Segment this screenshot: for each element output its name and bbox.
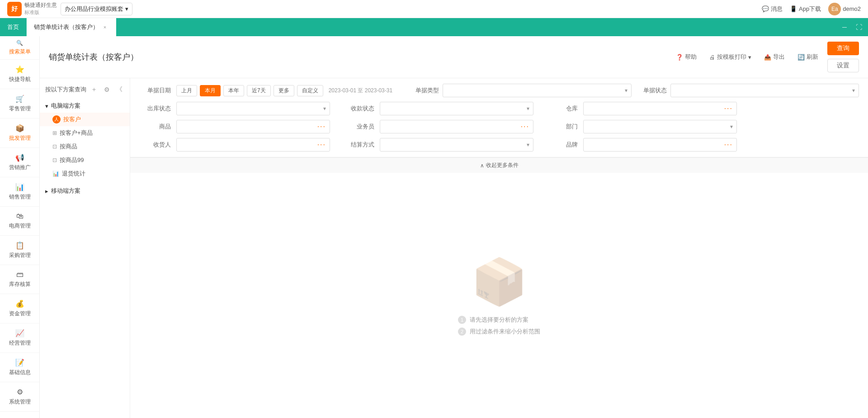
salesperson-label: 业务员: [343, 123, 374, 131]
payment-method-select[interactable]: ▾: [380, 138, 533, 152]
doc-status-select[interactable]: ▾: [670, 84, 859, 97]
sidebar-item-purchase[interactable]: 📋 采购管理: [0, 236, 39, 265]
sidebar-item-quicknav[interactable]: ⭐ 快捷导航: [0, 60, 39, 89]
sidebar-label-basic-info: 基础信息: [9, 369, 31, 376]
sidebar-item-basic-info[interactable]: 📝 基础信息: [0, 353, 39, 382]
finance-icon: 💰: [15, 299, 24, 308]
department-arrow-icon: ▾: [730, 124, 733, 130]
sidebar-label-finance: 资金管理: [9, 310, 31, 318]
query-button[interactable]: 查询: [827, 42, 859, 55]
date-btn-last7days[interactable]: 近7天: [247, 85, 271, 96]
industry-arrow-icon: ▾: [125, 5, 128, 12]
tree-child-product[interactable]: ⊡ 按商品: [40, 140, 130, 153]
sidebar-label-operations: 经营管理: [9, 339, 31, 347]
sidebar-item-ecommerce[interactable]: 🛍 电商管理: [0, 207, 39, 236]
refresh-button[interactable]: 🔄 刷新: [794, 51, 822, 63]
tab-minimize-icon[interactable]: ─: [839, 22, 850, 33]
sidebar-item-retail[interactable]: 🛒 零售管理: [0, 89, 39, 119]
collapse-label: 收起更多条件: [486, 162, 519, 169]
tree-child-label-product99: 按商品99: [60, 156, 84, 164]
consignee-select[interactable]: ···: [176, 138, 330, 152]
collapse-bar[interactable]: ∧ 收起更多条件: [130, 157, 868, 173]
date-btn-custom[interactable]: 自定义: [297, 85, 323, 96]
avatar: Ea: [828, 3, 841, 15]
message-icon: 💬: [762, 5, 769, 12]
date-btn-more[interactable]: 更多: [274, 85, 294, 96]
logo-text-area: 畅捷通好生意 标准版: [24, 2, 57, 16]
home-tab-label: 首页: [7, 23, 19, 31]
help-button[interactable]: ❓ 帮助: [672, 51, 700, 63]
tree-child-customer-product[interactable]: ⊞ 按客户+商品: [40, 126, 130, 140]
tree-parent-mobile[interactable]: ▸ 移动端方案: [40, 184, 130, 198]
out-status-arrow-icon: ▾: [323, 105, 326, 112]
type-status-group: 单据类型 ▾ 单据状态 ▾: [407, 84, 859, 97]
left-panel-icons: ＋ ⚙ 《: [89, 85, 124, 95]
out-status-select[interactable]: ▾: [176, 102, 330, 115]
refresh-label: 刷新: [807, 53, 818, 61]
brand-select[interactable]: ···: [583, 138, 737, 152]
payment-status-arrow-icon: ▾: [527, 105, 529, 112]
filter-row-consignee: 收货人 ··· 结算方式 ▾ 品牌 ···: [139, 138, 859, 152]
sidebar-label-retail: 零售管理: [9, 105, 31, 113]
purchase-icon: 📋: [15, 241, 24, 250]
tab-sales-stat[interactable]: 销货单统计表（按客户） ×: [27, 18, 116, 36]
tab-close-icon[interactable]: ×: [101, 24, 108, 31]
empty-hints: 1 请先选择要分析的方案 2 用过滤条件来缩小分析范围: [458, 316, 540, 336]
product-select[interactable]: ···: [176, 120, 330, 133]
tree-parent-label: 电脑端方案: [51, 102, 80, 110]
sidebar-label-ecommerce: 电商管理: [9, 222, 31, 230]
export-button[interactable]: 📤 导出: [760, 51, 788, 63]
tree-parent-desktop[interactable]: ▾ 电脑端方案: [40, 99, 130, 113]
payment-status-select[interactable]: ▾: [380, 102, 533, 115]
salesperson-select[interactable]: ···: [380, 120, 533, 133]
marketing-icon: 📢: [15, 153, 24, 162]
user-area[interactable]: Ea demo2: [828, 3, 861, 15]
sidebar-item-marketing[interactable]: 📢 营销推广: [0, 148, 39, 177]
empty-illustration: 📦: [471, 255, 528, 309]
tree-child-product99[interactable]: ⊡ 按商品99: [40, 153, 130, 167]
tree-child-label-customer: 按客户: [63, 115, 81, 124]
sidebar-item-system[interactable]: ⚙ 系统管理: [0, 382, 39, 412]
department-select[interactable]: ▾: [583, 120, 737, 133]
refresh-icon: 🔄: [797, 54, 805, 61]
tree-child-label-product: 按商品: [60, 142, 77, 151]
filter-row-date: 单据日期 上月 本月 本年 近7天 更多 自定义 2023-03-01 至 20…: [139, 84, 859, 97]
tab-home[interactable]: 首页: [0, 18, 27, 36]
sidebar-label-quicknav: 快捷导航: [9, 76, 31, 83]
right-panel: 单据日期 上月 本月 本年 近7天 更多 自定义 2023-03-01 至 20…: [130, 78, 868, 418]
sidebar-item-finance[interactable]: 💰 资金管理: [0, 294, 39, 323]
industry-select[interactable]: 办公用品行业模拟账套 ▾: [61, 3, 132, 15]
message-label: 消息: [771, 5, 783, 13]
date-btn-lastmonth[interactable]: 上月: [176, 85, 197, 96]
add-scheme-button[interactable]: ＋: [89, 85, 99, 95]
sidebar-item-collab[interactable]: 👥 企业协同: [0, 412, 39, 418]
content-area: 按以下方案查询 ＋ ⚙ 《 ▾ 电脑端方案 人 按客户: [40, 78, 868, 418]
warehouse-select[interactable]: ···: [583, 102, 737, 115]
date-btn-thisyear[interactable]: 本年: [223, 85, 244, 96]
settings-button[interactable]: 设置: [827, 59, 859, 72]
left-panel-header: 按以下方案查询 ＋ ⚙ 《: [40, 82, 130, 97]
tree-child-return[interactable]: 📊 退货统计: [40, 167, 130, 180]
sidebar-item-wholesale[interactable]: 📦 批发管理: [0, 119, 39, 148]
app-icon: 📱: [790, 5, 797, 12]
tree-child-by-customer[interactable]: 人 按客户: [40, 113, 130, 126]
sidebar-item-operations[interactable]: 📈 经营管理: [0, 323, 39, 353]
empty-hint-2: 2 用过滤条件来缩小分析范围: [458, 328, 540, 336]
tab-maximize-icon[interactable]: ⛶: [854, 22, 864, 33]
date-btn-thismonth[interactable]: 本月: [200, 85, 221, 96]
edit-scheme-button[interactable]: ⚙: [102, 85, 112, 95]
sidebar-item-sales[interactable]: 📊 销售管理: [0, 177, 39, 207]
print-button[interactable]: 🖨 按模板打印 ▾: [706, 51, 755, 63]
help-label: 帮助: [685, 53, 697, 61]
app-download-button[interactable]: 📱 App下载: [790, 5, 821, 13]
sidebar-item-search[interactable]: 🔍 搜索菜单: [0, 36, 39, 60]
tree-desktop-section: ▾ 电脑端方案 人 按客户 ⊞ 按客户+商品 ⊡ 按商品: [40, 97, 130, 182]
logo-area: 好 畅捷通好生意 标准版: [7, 2, 57, 16]
filter-row-outstatus: 出库状态 ▾ 收款状态 ▾ 仓库 ···: [139, 102, 859, 115]
sidebar-item-inventory[interactable]: 🗃 库存核算: [0, 265, 39, 294]
quicknav-icon: ⭐: [15, 65, 24, 74]
collapse-panel-button[interactable]: 《: [114, 85, 124, 95]
message-button[interactable]: 💬 消息: [762, 5, 783, 13]
top-bar: 好 畅捷通好生意 标准版 办公用品行业模拟账套 ▾ 💬 消息 📱 App下载 E…: [0, 0, 868, 18]
doc-type-select[interactable]: ▾: [443, 84, 631, 97]
